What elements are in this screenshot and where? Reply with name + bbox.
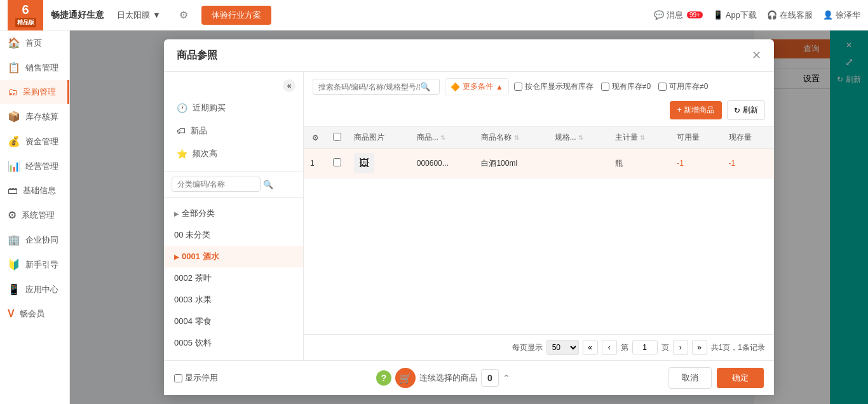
brand-text: 畅捷通好生意: [51, 10, 104, 21]
online-service-btn[interactable]: 🎧 在线客服: [767, 10, 813, 21]
sidebar-item-purchase[interactable]: 🗂 采购管理: [0, 80, 69, 104]
checkbox-warehouse[interactable]: [514, 83, 522, 91]
th-spec-label: 规格...: [555, 133, 578, 142]
user-name: 徐泽华: [836, 10, 860, 21]
category-list: ▶ 全部分类 00 未分类 ▶ 0001 酒水 0002 茶: [164, 198, 303, 353]
row-avail: -1: [670, 149, 722, 178]
content-area: 查询 设置 ✕ ⤢ ↻ 刷新 商品参照 ✕: [70, 30, 868, 404]
sidebar-item-system[interactable]: ⚙ 系统管理: [0, 203, 69, 227]
show-disabled-label[interactable]: 显示停用: [174, 372, 218, 384]
sidebar-item-member[interactable]: V 畅会员: [0, 302, 69, 326]
cat-item-0003[interactable]: 0003 水果: [164, 289, 303, 311]
per-page-select[interactable]: 50 100: [546, 340, 579, 355]
left-sidebar: 🏠 首页 📋 销售管理 🗂 采购管理 📦 库存核算 💰 资金管理 📊 经营管理 …: [0, 30, 70, 404]
checkbox-stock-ne0-label[interactable]: 现有库存≠0: [601, 81, 651, 92]
cat-item-0002[interactable]: 0002 茶叶: [164, 267, 303, 289]
sidebar-item-home[interactable]: 🏠 首页: [0, 30, 69, 55]
cart-collapse-arrow[interactable]: ⌃: [503, 373, 510, 383]
product-search-icon[interactable]: 🔍: [420, 82, 430, 91]
cart-icon[interactable]: 🛒: [395, 368, 416, 388]
filter-btn[interactable]: 🔶 更多条件 ▲: [445, 78, 509, 95]
headset-icon: 🎧: [767, 10, 777, 20]
filter-label: 更多条件: [463, 81, 493, 92]
product-search-input[interactable]: [318, 83, 420, 91]
sidebar-item-ops[interactable]: 📊 经营管理: [0, 154, 69, 178]
app-download-btn[interactable]: 📱 App下载: [713, 10, 757, 21]
page-label: 第: [621, 342, 628, 353]
row-img: 🖼: [348, 149, 410, 178]
product-search-wrap: 🔍: [313, 79, 440, 95]
page-input[interactable]: [632, 340, 658, 354]
brand-selector[interactable]: 日太阳膜 ▼: [112, 7, 166, 24]
confirm-btn[interactable]: 确定: [717, 368, 764, 388]
row-check[interactable]: [327, 149, 348, 178]
user-avatar[interactable]: 👤 徐泽华: [823, 10, 860, 21]
help-icon-btn[interactable]: ?: [376, 370, 391, 386]
cat-search-icon[interactable]: 🔍: [263, 180, 273, 189]
checkbox-stock-ne0[interactable]: [601, 83, 609, 91]
total-info: 共1页，1条记录: [711, 342, 765, 353]
th-check[interactable]: [327, 127, 348, 149]
th-name[interactable]: 商品名称 ⇅: [475, 127, 548, 149]
page-unit: 页: [661, 342, 669, 353]
modal-body: « 🕐 近期购买 🏷 新品 ⭐: [164, 72, 774, 360]
page-first-btn[interactable]: «: [583, 340, 598, 355]
sidebar-item-apps[interactable]: 📱 应用中心: [0, 277, 69, 302]
quick-label-new: 新品: [191, 125, 207, 137]
cat-item-all[interactable]: ▶ 全部分类: [164, 203, 303, 224]
cancel-btn[interactable]: 取消: [668, 367, 712, 389]
refresh-btn[interactable]: ↻ 刷新: [727, 100, 765, 120]
cat-label-all: 全部分类: [182, 208, 215, 219]
cat-item-0001[interactable]: ▶ 0001 酒水: [164, 246, 303, 267]
sidebar-item-sales[interactable]: 📋 销售管理: [0, 55, 69, 80]
sidebar-item-guide[interactable]: 🔰 新手引导: [0, 252, 69, 277]
show-disabled-checkbox[interactable]: [174, 374, 182, 382]
add-product-btn[interactable]: + 新增商品: [670, 101, 722, 119]
check-all[interactable]: [333, 133, 341, 141]
checkbox-avail-ne0[interactable]: [658, 83, 667, 91]
sidebar-label-inventory: 库存核算: [25, 111, 58, 123]
th-img: 商品图片: [348, 127, 410, 149]
page-next-btn[interactable]: ›: [673, 340, 688, 355]
sidebar-item-basic[interactable]: 🗃 基础信息: [0, 178, 69, 203]
quick-item-recent[interactable]: 🕐 近期购买: [172, 98, 295, 118]
checkbox-group: 按仓库显示现有库存 现有库存≠0 可用库存≠0: [514, 81, 709, 92]
message-label: 消息: [667, 10, 683, 21]
th-settings[interactable]: ⚙: [304, 127, 327, 149]
settings-icon[interactable]: ⚙: [173, 5, 194, 25]
page-prev-btn[interactable]: ‹: [602, 340, 617, 355]
sidebar-label-sales: 销售管理: [25, 62, 58, 74]
cat-search-input[interactable]: [172, 177, 261, 192]
quick-item-new[interactable]: 🏷 新品: [172, 121, 295, 140]
modal-left-panel: « 🕐 近期购买 🏷 新品 ⭐: [164, 72, 304, 360]
quick-label-frequent: 频次高: [193, 148, 217, 159]
cat-item-0005[interactable]: 0005 饮料: [164, 332, 303, 353]
modal-close-btn[interactable]: ✕: [752, 48, 761, 62]
sidebar-item-collab[interactable]: 🏢 企业协同: [0, 227, 69, 252]
table-row[interactable]: 1 🖼 000600... 白酒100ml 瓶: [304, 149, 774, 178]
sidebar-label-basic: 基础信息: [23, 185, 56, 196]
cat-label-0002: 0002 茶叶: [174, 273, 212, 284]
row-checkbox[interactable]: [333, 158, 341, 166]
checkbox-warehouse-label[interactable]: 按仓库显示现有库存: [514, 81, 593, 92]
th-spec[interactable]: 规格... ⇅: [548, 127, 609, 149]
cat-item-0004[interactable]: 0004 零食: [164, 311, 303, 332]
collapse-left-btn[interactable]: «: [283, 79, 295, 92]
page-last-btn[interactable]: »: [692, 340, 707, 355]
cat-item-00[interactable]: 00 未分类: [164, 224, 303, 246]
th-code[interactable]: 商品... ⇅: [410, 127, 475, 149]
message-btn[interactable]: 💬 消息 99+: [654, 10, 703, 21]
checkbox-avail-ne0-text: 可用库存≠0: [669, 81, 708, 92]
quick-item-frequent[interactable]: ⭐ 频次高: [172, 144, 295, 163]
checkbox-avail-ne0-label[interactable]: 可用库存≠0: [658, 81, 708, 92]
sidebar-item-finance[interactable]: 💰 资金管理: [0, 129, 69, 154]
exp-btn[interactable]: 体验行业方案: [201, 6, 271, 25]
ops-icon: 📊: [8, 160, 20, 172]
cat-search-row: 🔍: [164, 172, 303, 198]
sort-spec-icon: ⇅: [578, 134, 583, 141]
modal-header: 商品参照 ✕: [164, 39, 774, 72]
th-unit[interactable]: 主计量 ⇅: [609, 127, 671, 149]
modal-title: 商品参照: [177, 49, 217, 62]
sidebar-item-inventory[interactable]: 📦 库存核算: [0, 104, 69, 129]
checkbox-stock-ne0-text: 现有库存≠0: [612, 81, 651, 92]
